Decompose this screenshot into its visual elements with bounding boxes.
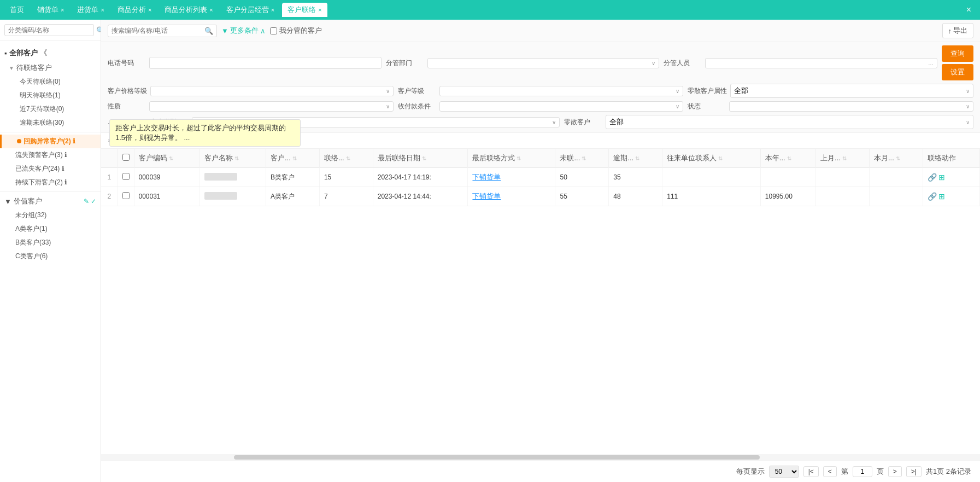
filter-search-input[interactable] [112,27,202,34]
sidebar-item-declining[interactable]: 持续下滑客户(2) ℹ [0,176,101,189]
prev-page-btn[interactable]: < [823,466,837,477]
total-label: 共1页 2条记录 [926,467,971,477]
filter-payment-select[interactable]: ∨ [439,101,684,112]
sidebar-item-repurchase-abnormal[interactable]: 回购异常客户(2) ℹ [0,135,101,148]
th-this-year[interactable]: 本年... ⇅ [760,149,815,168]
sidebar-item-overdue[interactable]: 逾期未联络(30) [4,116,101,130]
nav-customer-tier[interactable]: 客户分层经营 × [221,3,280,17]
row-1-actions: 🔗 ⊞ [923,168,979,187]
filter-retail-customer-select[interactable]: 全部 ∨ [606,115,973,129]
th-last-month[interactable]: 上月... ⇅ [816,149,870,168]
filter-status-select[interactable]: ∨ [729,101,973,112]
row-1-action-grid-icon[interactable]: ⊞ [938,173,945,182]
filter-my-customers[interactable]: 我分管的客户 [270,26,322,36]
query-button[interactable]: 查询 [942,45,973,62]
nav-sales[interactable]: 销货单 × [32,3,69,17]
th-overdue[interactable]: 逾期... ⇅ [609,149,662,168]
sidebar-item-today[interactable]: 今天待联络(0) [4,75,101,89]
row-2-select[interactable] [122,192,130,199]
first-page-btn[interactable]: |< [803,466,819,477]
nav-customer-contact-close[interactable]: × [318,7,321,13]
row-2-last-contact-method[interactable]: 下销货单 [468,187,555,206]
filter-price-level-label: 客户价格等级 [108,86,147,96]
th-uncontacted[interactable]: 未联... ⇅ [555,149,609,168]
sidebar-item-churned[interactable]: 已流失客户(24) ℹ [0,162,101,176]
page-number-input[interactable] [853,466,872,477]
filter-gender-select[interactable]: ∨ [149,101,394,112]
scrollbar-thumb[interactable] [234,455,760,460]
collapse-icon[interactable]: 《 [40,48,47,58]
row-2-action-link-icon[interactable]: 🔗 [928,192,937,201]
tooltip-more[interactable]: ... [184,133,190,142]
nav-product-analysis-list-close[interactable]: × [209,7,213,13]
th-contact-person[interactable]: 往来单位联系人 ⇅ [662,149,761,168]
edit-icon[interactable]: ✎ ✓ [84,198,96,205]
filter-customer-level-select[interactable]: ∨ [439,86,684,96]
filter-dept: 分管部门 ∨ [386,45,660,80]
sidebar-value-section-title[interactable]: ▼ 价值客户 ✎ ✓ [0,194,101,208]
th-code[interactable]: 客户编码 ⇅ [134,149,200,168]
sidebar-search-icon[interactable]: 🔍 [96,26,101,34]
filter-search-box: 🔍 [108,25,217,37]
arrow-value-icon: ▼ [4,198,11,206]
filter-search-icon[interactable]: 🔍 [204,27,213,35]
filter-row-1: 电话号码 分管部门 ∨ 分管人员 … [108,45,973,80]
per-page-select[interactable]: 50 100 200 [769,466,799,478]
table-area[interactable]: 客户编码 ⇅ 客户名称 ⇅ 客户... [101,149,980,454]
sidebar-item-tomorrow[interactable]: 明天待联络(1) [4,89,101,102]
row-2-action-grid-icon[interactable]: ⊞ [938,192,945,201]
nav-product-analysis-close[interactable]: × [148,7,151,13]
th-this-month[interactable]: 本月... ⇅ [869,149,923,168]
th-level[interactable]: 客户... ⇅ [266,149,320,168]
row-1-select[interactable] [122,173,130,180]
sidebar-value-label: 价值客户 [14,196,42,206]
select-all-checkbox[interactable] [122,154,130,161]
sidebar-item-7days[interactable]: 近7天待联络(0) [4,102,101,116]
filter-price-level-select[interactable]: ∨ [150,86,394,96]
sidebar-item-class-b[interactable]: B类客户(33) [0,236,101,249]
filter-phone-label: 电话号码 [108,59,146,68]
per-page-label: 每页显示 [736,467,765,477]
nav-purchase-close[interactable]: × [101,7,104,13]
row-1-last-contact-method[interactable]: 下销货单 [468,168,555,187]
sidebar-item-churn-warning[interactable]: 流失预警客户(3) ℹ [0,148,101,162]
row-1-method-link[interactable]: 下销货单 [472,173,501,181]
next-page-btn[interactable]: > [888,466,902,477]
th-last-contact-date[interactable]: 最后联络日期 ⇅ [373,149,468,168]
table-row: 2 000031 A类客户 7 2023-04-12 14:44: 下销货单 [101,187,980,206]
sidebar-item-class-a[interactable]: A类客户(1) [0,222,101,236]
nav-purchase[interactable]: 进货单 × [72,3,109,17]
last-page-btn[interactable]: >| [906,466,922,477]
horizontal-scrollbar[interactable] [101,454,980,461]
nav-sales-close[interactable]: × [61,7,64,13]
filter-gender: 性质 ∨ [108,101,394,112]
export-button[interactable]: ↑ 导出 [942,23,974,38]
settings-button[interactable]: 设置 [942,64,973,80]
nav-customer-contact[interactable]: 客户联络 × [282,3,327,17]
row-1-action-link-icon[interactable]: 🔗 [928,173,937,182]
row-2-method-link[interactable]: 下销货单 [472,192,501,200]
sidebar-root[interactable]: ▪ 全部客户 《 [0,45,101,61]
filter-manager-select[interactable]: … [705,58,937,68]
sidebar-item-class-c[interactable]: C类客户(6) [0,249,101,263]
filter-phone-input[interactable] [149,57,382,69]
nav-window-close[interactable]: × [962,5,976,15]
th-name[interactable]: 客户名称 ⇅ [200,149,266,168]
nav-product-analysis[interactable]: 商品分析 × [112,3,157,17]
filter-more-btn[interactable]: ▼ 更多条件 ∧ [221,26,266,36]
filter-retail-attr-select[interactable]: 全部 ∨ [730,84,973,98]
sidebar-root-label: 全部客户 [9,48,38,58]
sidebar-item-unclassified[interactable]: 未分组(32) [0,208,101,222]
th-contact-count[interactable]: 联络... ⇅ [319,149,373,168]
sidebar-section-pending-title[interactable]: ▼ 待联络客户 [4,61,101,75]
sidebar-section-pending: ▼ 待联络客户 今天待联络(0) 明天待联络(1) 近7天待联络(0) 逾期未联… [0,61,101,130]
nav-product-analysis-list[interactable]: 商品分析列表 × [159,3,218,17]
nav-home[interactable]: 首页 [4,3,30,17]
nav-customer-tier-close[interactable]: × [271,7,274,13]
export-label: 导出 [953,26,967,36]
filter-dept-select[interactable]: ∨ [427,58,660,68]
sidebar-search-input[interactable] [4,24,94,36]
th-action: 联络动作 [923,149,979,168]
my-customers-checkbox[interactable] [270,27,277,34]
th-last-contact-method[interactable]: 最后联络方式 ⇅ [468,149,555,168]
